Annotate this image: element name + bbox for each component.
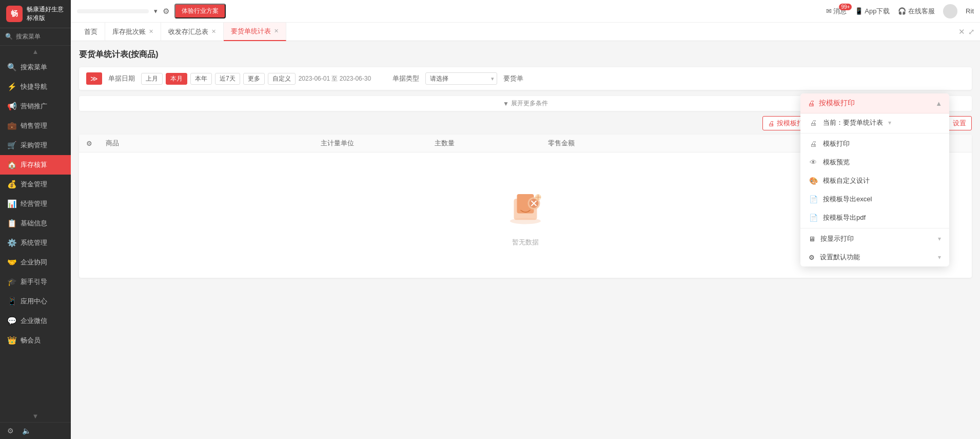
nav-label-collab: 企业协同 [21,258,47,267]
expand-more-btn[interactable]: ▼ 展开更多条件 [503,99,548,108]
dropdown-collapse-btn[interactable]: ▲ [935,100,942,107]
sidebar-item-operation[interactable]: 📊 经营管理 [0,194,71,214]
nav-label-system: 系统管理 [21,238,47,247]
tab-receivable[interactable]: 收发存汇总表 ✕ [161,23,224,41]
app-icon: 📱 [855,7,863,15]
display-print-icon: 🖥 [809,235,815,243]
current-label: 当前：要货单统计表 [823,118,883,127]
sidebar-item-system[interactable]: ⚙️ 系统管理 [0,233,71,253]
print-header-icon: 🖨 [808,99,815,107]
sidebar-item-finance[interactable]: 💰 资金管理 [0,175,71,194]
message-icon: ✉ [826,7,832,15]
sidebar-item-search[interactable]: 🔍 搜索菜单 [0,58,71,77]
scroll-up-btn[interactable]: ▲ [0,46,71,58]
date-btn-7days[interactable]: 近7天 [215,73,240,85]
dropdown-item-template-excel[interactable]: 📄 按模板导出excel [800,190,949,208]
search-icon: 🔍 [5,33,13,40]
username-label[interactable]: Rit [966,7,974,15]
tab-order-stats[interactable]: 要货单统计表 ✕ [224,23,286,41]
nav-label-inventory: 库存核算 [21,160,47,169]
col-settings[interactable]: ⚙ [79,140,100,147]
print-icon: 🖨 [768,120,775,127]
sidebar-item-member[interactable]: 👑 畅会员 [0,331,71,350]
expand-icon: ▼ [503,100,509,107]
topbar-gear-btn[interactable]: ⚙ [163,7,169,16]
sidebar-item-marketing[interactable]: 📢 营销推广 [0,97,71,116]
date-btn-last-month[interactable]: 上月 [141,73,163,85]
sidebar-item-appstore[interactable]: 📱 应用中心 [0,292,71,311]
tab-receivable-close[interactable]: ✕ [211,28,216,35]
dropdown-title-area: 🖨 按模板打印 [808,99,855,108]
tabs-bar-right: ✕ ⤢ [958,27,980,36]
nav-label-purchase: 采购管理 [21,141,47,150]
set-default-left: ⚙ 设置默认功能 [809,253,860,262]
empty-text: 暂无数据 [512,238,539,247]
nav-icon-marketing: 📢 [7,102,16,111]
sidebar-search[interactable]: 🔍 搜索菜单 [0,28,71,46]
sidebar-item-basic[interactable]: 📋 基础信息 [0,214,71,233]
topbar-message-btn[interactable]: ✉ 消息 99+ [826,7,847,16]
nav-icon-operation: 📊 [7,199,16,208]
nav-icon-appstore: 📱 [7,297,16,306]
tab-order-stats-close[interactable]: ✕ [274,28,279,34]
sidebar-item-wechat[interactable]: 💬 企业微信 [0,311,71,331]
settings-icon[interactable]: ⚙ [7,427,14,435]
topbar-service-btn[interactable]: 🎧 在线客服 [898,7,935,16]
date-btn-this-year[interactable]: 本年 [190,73,212,85]
sidebar-item-collab[interactable]: 🤝 企业协同 [0,253,71,272]
tab-inventory-batch-label: 库存批次账 [112,27,146,36]
type-select-wrap: 请选择 [425,72,497,85]
template-preview-label: 模板预览 [823,158,850,167]
topbar-promo-btn[interactable]: 体验行业方案 [174,4,226,18]
sidebar-item-inventory[interactable]: 🏠 库存核算 [0,155,71,175]
dropdown-item-set-default[interactable]: ⚙ 设置默认功能 ▾ [800,248,949,266]
topbar-dropdown-btn[interactable]: ▾ [154,7,158,15]
tab-home[interactable]: 首页 [77,23,105,41]
scroll-down-btn[interactable]: ▼ [0,410,71,422]
nav-label-member: 畅会员 [21,336,41,345]
nav-icon-finance: 💰 [7,180,16,189]
nav-label-newbie: 新手引导 [21,277,47,287]
set-default-chevron: ▾ [938,254,941,261]
date-filter-label: 单据日期 [108,74,135,83]
template-print-icon: 🖨 [809,140,818,148]
dropdown-header: 🖨 按模板打印 ▲ [800,93,949,113]
search-label: 搜索菜单 [16,32,41,41]
sidebar-item-sales[interactable]: 💼 销售管理 [0,116,71,136]
topbar-app-btn[interactable]: 📱 App下载 [855,7,890,16]
dropdown-current-item[interactable]: 🖨 当前：要货单统计表 ▾ [800,113,949,132]
nav-icon-member: 👑 [7,336,16,345]
dropdown-item-template-pdf[interactable]: 📄 按模板导出pdf [800,208,949,227]
settings-btn[interactable]: 设置 [947,116,972,130]
sidebar-item-purchase[interactable]: 🛒 采购管理 [0,136,71,155]
tab-inventory-batch[interactable]: 库存批次账 ✕ [105,23,161,41]
sidebar-header: 畅 畅康通好生意 标准版 [0,0,71,28]
nav-icon-basic: 📋 [7,219,16,228]
display-print-left: 🖥 按显示打印 [809,234,854,243]
tab-inventory-batch-close[interactable]: ✕ [149,28,153,35]
user-avatar[interactable] [943,4,957,18]
dropdown-item-template-preview[interactable]: 👁 模板预览 [800,153,949,171]
tab-maximize-btn[interactable]: ⤢ [968,27,975,36]
dropdown-item-template-custom[interactable]: 🎨 模板自定义设计 [800,171,949,190]
date-options: 上月 本月 本年 近7天 更多 自定义 2023-06-01 至 2023-06… [141,73,371,85]
sidebar-item-newbie[interactable]: 🎓 新手引导 [0,272,71,292]
sidebar-brand: 畅康通好生意 标准版 [27,5,64,23]
topbar-right: ✉ 消息 99+ 📱 App下载 🎧 在线客服 Rit [826,4,974,18]
nav-icon-wechat: 💬 [7,316,16,326]
expand-label: 展开更多条件 [511,99,548,108]
current-item-icon: 🖨 [809,119,818,127]
audio-icon[interactable]: 🔈 [22,427,31,435]
date-btn-this-month[interactable]: 本月 [166,73,187,85]
sidebar-item-quicknav[interactable]: ⚡ 快捷导航 [0,77,71,97]
tab-close-all-btn[interactable]: ✕ [958,27,965,36]
dropdown-item-template-print[interactable]: 🖨 模板打印 [800,135,949,153]
date-btn-more[interactable]: 更多 [243,73,265,85]
date-btn-custom[interactable]: 自定义 [268,73,296,85]
nav-icon-collab: 🤝 [7,258,16,267]
col-unit-header: 主计量单位 [315,139,428,148]
filter-expand-btn[interactable]: ≫ [86,72,102,85]
type-select[interactable]: 请选择 [425,72,497,85]
type-filter-label: 单据类型 [393,74,419,83]
dropdown-item-display-print[interactable]: 🖥 按显示打印 ▾ [800,230,949,248]
